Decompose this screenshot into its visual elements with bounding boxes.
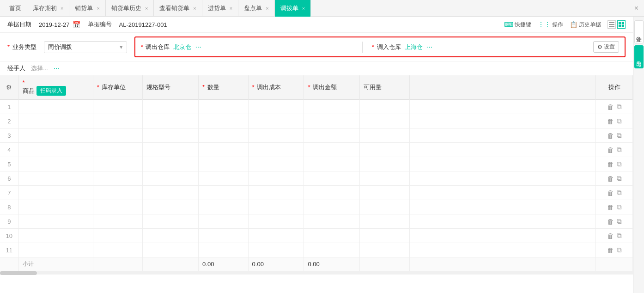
table-gear-icon[interactable]: ⚙	[6, 84, 12, 91]
export-side-btn[interactable]: 导出	[634, 45, 644, 68]
delete-icon-row8[interactable]: 🗑	[607, 203, 614, 211]
tab-close-stocktake[interactable]: ×	[266, 6, 268, 11]
tab-purchase[interactable]: 进货单 ×	[202, 0, 238, 17]
tab-stocktake[interactable]: 盘点单 ×	[238, 0, 274, 17]
copy-icon-row8[interactable]: ⧉	[617, 203, 622, 211]
layout-grid-icon[interactable]	[617, 20, 626, 29]
operation-btn[interactable]: ⋮⋮ 操作	[538, 21, 563, 29]
table-row: 11 🗑⧉	[0, 243, 633, 257]
row-1-cost[interactable]	[248, 100, 304, 114]
in-required-star: *	[372, 43, 374, 50]
row-1-unit[interactable]	[93, 100, 142, 114]
tab-transfer[interactable]: 调拨单 ×	[275, 0, 311, 17]
biz-type-select[interactable]: 同价调拨 ▾	[44, 41, 127, 53]
notes-side-btn[interactable]: 备注	[634, 20, 644, 43]
top-form: 单据日期 2019-12-27 📅 单据编号 AL-20191227-001 ⌨…	[0, 17, 633, 75]
copy-icon-row2[interactable]: ⧉	[617, 117, 622, 125]
copy-icon-row3[interactable]: ⧉	[617, 131, 622, 140]
subtotal-amount: 0.00	[304, 257, 360, 271]
delete-icon-row6[interactable]: 🗑	[607, 175, 614, 183]
copy-icon-row10[interactable]: ⧉	[617, 232, 622, 240]
tab-close-inventory-init[interactable]: ×	[61, 6, 63, 11]
biz-required-star: *	[7, 43, 10, 50]
table-header-row: ⚙ 商品 扫码录入 库存单位 规格型号 数量	[0, 75, 633, 100]
table-row: 10 🗑⧉	[0, 229, 633, 243]
warehouse-in-more-btn[interactable]: ···	[426, 43, 432, 51]
side-panel: 备注 导出	[633, 17, 644, 293]
delete-icon-row7[interactable]: 🗑	[607, 189, 614, 197]
operation-icon: ⋮⋮	[538, 21, 551, 28]
dropdown-arrow-icon: ▾	[120, 43, 123, 50]
th-spacer	[409, 75, 595, 100]
tab-close-view-sales[interactable]: ×	[193, 6, 196, 11]
handler-select[interactable]: 选择...	[31, 64, 48, 73]
row-1-qty[interactable]	[199, 100, 248, 114]
tab-close-transfer[interactable]: ×	[302, 6, 305, 11]
warehouse-divider	[362, 42, 363, 53]
delete-icon-row10[interactable]: 🗑	[607, 232, 614, 240]
warehouse-out-value: 北京仓	[173, 43, 191, 51]
tab-close-purchase[interactable]: ×	[230, 6, 232, 11]
delete-icon-row1[interactable]: 🗑	[607, 103, 614, 111]
copy-icon-row1[interactable]: ⧉	[617, 103, 622, 111]
copy-icon-row4[interactable]: ⧉	[617, 146, 622, 154]
warehouse-in-value: 上海仓	[405, 43, 423, 51]
th-amount: 调出金额	[304, 75, 360, 100]
keyboard-icon: ⌨	[504, 21, 513, 28]
row-1-spec[interactable]	[143, 100, 199, 114]
calendar-icon[interactable]: 📅	[73, 21, 80, 28]
th-settings: ⚙	[0, 75, 18, 100]
table-row: 4 🗑⧉	[0, 143, 633, 157]
handler-row: 经手人 选择... ···	[0, 61, 633, 75]
th-qty: 数量	[199, 75, 248, 100]
biz-row: * 业务类型 同价调拨 ▾ * 调出仓库 北京仓 ···	[0, 33, 633, 61]
warehouse-out-label: * 调出仓库	[141, 43, 170, 51]
table-row: 7 🗑⧉	[0, 186, 633, 200]
delete-icon-row11[interactable]: 🗑	[607, 246, 614, 254]
copy-icon-row9[interactable]: ⧉	[617, 217, 622, 226]
copy-icon-row5[interactable]: ⧉	[617, 160, 622, 168]
delete-icon-row2[interactable]: 🗑	[607, 117, 614, 125]
tab-home[interactable]: 首页	[4, 0, 27, 17]
row-1-available[interactable]	[360, 100, 409, 114]
main-table: ⚙ 商品 扫码录入 库存单位 规格型号 数量	[0, 75, 633, 271]
warehouse-out-more-btn[interactable]: ···	[195, 43, 201, 51]
delete-icon-row5[interactable]: 🗑	[607, 160, 614, 168]
tab-close-sales-order[interactable]: ×	[97, 6, 99, 11]
horizontal-scrollbar[interactable]	[0, 271, 633, 275]
tab-close-sales-history[interactable]: ×	[145, 6, 148, 11]
th-spec: 规格型号	[143, 75, 199, 100]
history-btn[interactable]: 📋 历史单据	[570, 21, 601, 29]
delete-icon-row9[interactable]: 🗑	[607, 218, 614, 226]
tab-sales-order[interactable]: 销货单 ×	[69, 0, 105, 17]
table-row: 8 🗑⧉	[0, 200, 633, 214]
copy-icon-row11[interactable]: ⧉	[617, 246, 622, 254]
layout-list-icon[interactable]	[608, 20, 616, 29]
th-goods: 商品 扫码录入	[18, 75, 93, 100]
handler-more-btn[interactable]: ···	[54, 64, 60, 73]
warehouse-out-field: * 调出仓库 北京仓 ···	[141, 43, 353, 51]
copy-icon-row7[interactable]: ⧉	[617, 189, 622, 197]
doc-number-value: AL-20191227-001	[119, 21, 167, 28]
tab-inventory-init[interactable]: 库存期初 ×	[27, 0, 69, 17]
copy-icon-row6[interactable]: ⧉	[617, 174, 622, 183]
tab-sales-history[interactable]: 销货单历史 ×	[106, 0, 154, 17]
scrollbar-thumb[interactable]	[0, 271, 37, 275]
row-1-amount[interactable]	[304, 100, 360, 114]
window-close-button[interactable]: ×	[634, 4, 638, 12]
subtotal-qty: 0.00	[199, 257, 248, 271]
delete-icon-row3[interactable]: 🗑	[607, 132, 614, 140]
warehouse-in-label: * 调入仓库	[372, 43, 401, 51]
header-row: 单据日期 2019-12-27 📅 单据编号 AL-20191227-001 ⌨…	[0, 17, 633, 33]
gear-icon: ⚙	[597, 44, 602, 50]
row-1-goods[interactable]	[18, 100, 93, 114]
date-field[interactable]: 2019-12-27 📅	[39, 21, 80, 28]
table-row: 5 🗑⧉	[0, 157, 633, 171]
table-container: ⚙ 商品 扫码录入 库存单位 规格型号 数量	[0, 75, 633, 293]
th-operation: 操作	[596, 75, 633, 100]
warehouse-setting-btn[interactable]: ⚙ 设置	[593, 41, 619, 53]
delete-icon-row4[interactable]: 🗑	[607, 146, 614, 154]
scan-button[interactable]: 扫码录入	[36, 86, 66, 96]
shortcut-btn[interactable]: ⌨ 快捷键	[504, 21, 531, 29]
tab-view-sales[interactable]: 查看销货单 ×	[154, 0, 202, 17]
